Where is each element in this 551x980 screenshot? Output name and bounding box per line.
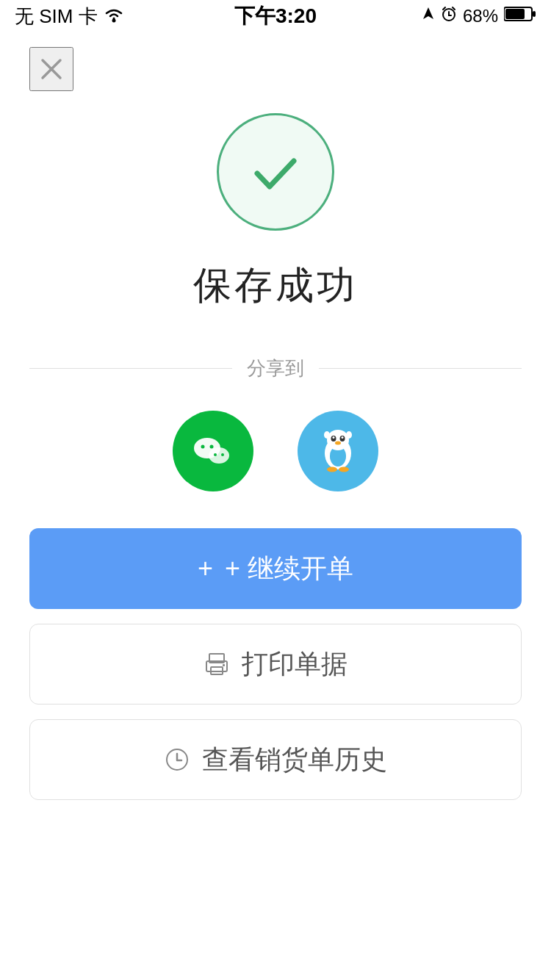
qq-icon [315,427,361,475]
wifi-icon [104,5,124,28]
svg-rect-4 [533,11,536,17]
status-right: 68% [422,6,536,26]
battery-percent: 68% [463,6,498,26]
status-time: 下午3:20 [234,2,317,30]
print-label: 打印单据 [242,646,347,682]
share-label: 分享到 [247,356,304,381]
svg-point-18 [333,436,335,439]
main-content: 保存成功 分享到 [0,32,551,980]
close-button[interactable] [29,47,73,91]
svg-rect-28 [223,664,225,666]
share-divider: 分享到 [29,356,522,381]
print-icon [204,651,230,677]
qq-share-button[interactable] [298,411,378,491]
svg-rect-3 [505,9,525,19]
svg-point-23 [327,467,337,472]
svg-point-20 [335,442,341,445]
sim-status: 无 SIM 卡 [15,4,98,29]
svg-point-15 [327,430,349,450]
divider-right [319,368,522,369]
continue-label: + 继续开单 [225,551,353,587]
svg-point-22 [346,431,352,439]
clock-icon [164,746,190,773]
alarm-icon [441,6,457,26]
action-buttons: + + 继续开单 打印单据 查看销货单历 [29,528,522,800]
svg-point-0 [112,18,115,22]
svg-point-24 [339,467,349,472]
success-circle [217,113,334,231]
svg-point-19 [342,436,344,439]
svg-point-10 [210,445,214,449]
share-section: 分享到 [29,356,522,491]
location-icon [422,6,435,26]
status-bar: 无 SIM 卡 下午3:20 68% [0,0,551,32]
status-left: 无 SIM 卡 [15,4,124,29]
print-button[interactable]: 打印单据 [29,624,522,705]
battery-icon [504,6,536,26]
svg-point-21 [324,431,330,439]
history-button[interactable]: 查看销货单历史 [29,719,522,800]
svg-point-12 [221,453,224,456]
continue-button[interactable]: + + 继续开单 [29,528,522,609]
svg-point-11 [214,453,217,456]
plus-icon: + [198,553,213,584]
svg-point-9 [201,445,205,449]
history-label: 查看销货单历史 [202,742,387,778]
share-icons [29,411,522,491]
wechat-icon [191,429,235,473]
checkmark-icon [246,143,305,201]
divider-left [29,368,232,369]
wechat-share-button[interactable] [173,411,253,491]
svg-point-8 [209,447,229,464]
success-title: 保存成功 [193,260,358,311]
close-icon [38,56,65,82]
